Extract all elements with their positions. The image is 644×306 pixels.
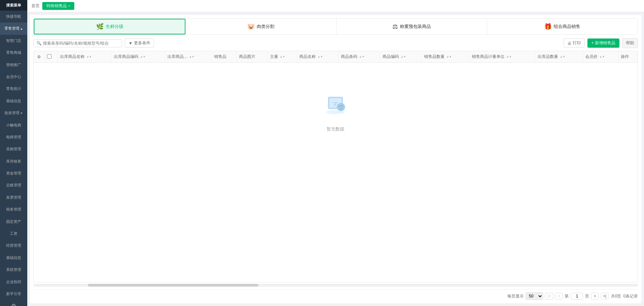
sort-product-code-icon[interactable]: ▲▼ [401,56,406,58]
sidebar-item-system[interactable]: 系统管理 [0,264,27,276]
th-product-name: 商品名称 ▲▼ [297,51,339,63]
pagination: 每页显示 50 10 20 100 |< < 第 页 > >| 共0页 0条记录 [33,289,638,300]
sidebar-item-enterprise[interactable]: 企业协同 [0,276,27,288]
print-label: 打印 [573,40,581,46]
close-tab-icon[interactable]: × [68,4,70,8]
record-count: 0条记录 [623,293,638,299]
sidebar-item-invoice[interactable]: 发票管理 [0,192,27,203]
filter-icon: ▼ [129,41,133,46]
tab-label: 特殊销售品 [46,3,67,9]
sidebar-item-ecommerce[interactable]: 小畅电商 [0,119,27,131]
sidebar-item-marketing[interactable]: 营销推广 [0,59,27,71]
th-member-price: 会员价 ▲▼ [583,51,618,63]
sidebar-item-retail-mall[interactable]: 零售商城 [0,47,27,59]
page-unit: 页 [585,293,589,299]
page-number-input[interactable] [571,293,583,300]
filter-label: 更多条件 [134,40,150,46]
toolbar-left: 🔍 ▼ 更多条件 [33,39,154,48]
sidebar-item-purchase[interactable]: 采购管理 [0,143,27,155]
page-content: 🌿 生鲜分级 🐷 肉类分割 ⚖ 称重预包装商品 🎁 组合商品销售 🔍 [30,15,641,303]
th-outbound-spec: 出库商品... ▲▼ [165,51,212,63]
select-all-checkbox[interactable] [47,54,51,59]
sort-outbound-name-icon[interactable]: ▲▼ [86,56,92,58]
print-button[interactable]: 🖨 打印 [564,39,585,48]
sidebar-item-smart-store[interactable]: 智慧门店 [0,35,27,47]
th-sale-unit: 销售商品计量单位 ▲▼ [469,51,535,63]
add-label: + 新增销售品 [591,40,615,46]
sort-main-qty-icon[interactable]: ▲▼ [280,56,285,58]
sort-outbound-spec-icon[interactable]: ▲▼ [189,56,195,58]
topbar: 首页 特殊销售品 × [27,0,644,12]
category-tabs: 🌿 生鲜分级 🐷 肉类分割 ⚖ 称重预包装商品 🎁 组合商品销售 [33,18,638,35]
sidebar-item-ecom-mgmt[interactable]: 电商管理 [0,131,27,143]
sidebar-item-inventory[interactable]: 库存核算 [0,155,27,167]
empty-illustration [322,90,349,122]
sidebar-item-retail-stats[interactable]: 零售统计 [0,83,27,95]
data-table: ⚙ 出库商品名称 ▲▼ 出库商品编码 ▲▼ 出库商品... ▲▼ [34,51,638,159]
th-image: 商品图片 [237,51,268,63]
filter-button[interactable]: ▼ 更多条件 [125,39,154,48]
sidebar-item-finance[interactable]: 资金管理 [0,167,27,179]
gear-icon[interactable]: ⚙ [0,300,27,306]
tab-weigh-prepack[interactable]: ⚖ 称重预包装商品 [336,19,487,34]
per-page-label: 每页显示 [507,293,524,299]
tab-fresh-grade-label: 生鲜分级 [106,24,123,30]
sort-product-name-icon[interactable]: ▲▼ [317,56,323,58]
print-icon: 🖨 [567,41,571,46]
sidebar-item-quick[interactable]: 快捷导航 [0,11,27,22]
tab-meat-cut[interactable]: 🐷 肉类分割 [185,19,336,34]
home-link[interactable]: 首页 [31,3,40,9]
sidebar-item-wholesale[interactable]: 批发管理 [0,107,27,119]
sidebar-item-fixed-assets[interactable]: 固定资产 [0,216,27,228]
empty-text: 暂无数据 [327,126,344,132]
th-product-code: 商品编码 ▲▼ [380,51,422,63]
sort-outbound-code-icon[interactable]: ▲▼ [140,56,146,58]
th-outbound-name: 出库商品名称 ▲▼ [58,51,112,63]
sidebar-item-business-mgmt[interactable]: 经营管理 [0,240,27,251]
sort-member-price-icon[interactable]: ▲▼ [599,56,605,58]
th-barcode: 商品条码 ▲▼ [339,51,380,63]
sidebar-item-retail[interactable]: 零售管理 [0,22,27,34]
th-outbound-qty: 出库品数量 ▲▼ [535,51,583,63]
th-outbound-code: 出库商品编码 ▲▼ [111,51,165,63]
horizontal-scrollbar[interactable] [33,284,638,287]
sidebar-item-member[interactable]: 会员中心 [0,71,27,83]
sidebar-logo[interactable]: 搜索菜单 [0,0,27,11]
empty-state: 暂无数据 [34,63,638,159]
svg-point-3 [337,103,345,111]
search-box[interactable]: 🔍 [33,39,122,47]
per-page-select[interactable]: 50 10 20 100 [526,292,543,300]
first-page-button[interactable]: |< [545,293,553,300]
tab-fresh-grade[interactable]: 🌿 生鲜分级 [34,19,185,34]
sidebar-item-newbie[interactable]: 新手引导 [0,288,27,300]
sort-outbound-qty-icon[interactable]: ▲▼ [560,56,565,58]
sidebar-item-ledger[interactable]: 总账管理 [0,179,27,191]
tab-combo-sale[interactable]: 🎁 组合商品销售 [487,19,638,34]
add-product-button[interactable]: + 新增销售品 [587,39,619,48]
help-button[interactable]: 帮助 [622,38,638,48]
th-settings[interactable]: ⚙ [34,51,45,63]
sort-barcode-icon[interactable]: ▲▼ [359,56,364,58]
search-icon: 🔍 [36,41,42,46]
active-tab[interactable]: 特殊销售品 × [42,2,74,10]
meat-cut-icon: 🐷 [247,23,255,30]
sidebar-item-base-info2[interactable]: 基础信息 [0,252,27,264]
sort-sale-unit-icon[interactable]: ▲▼ [506,56,512,58]
sort-sale-qty-icon[interactable]: ▲▼ [446,56,452,58]
search-input[interactable] [43,41,119,46]
sidebar-item-tax[interactable]: 税务管理 [0,203,27,215]
next-page-button[interactable]: > [591,293,598,300]
total-pages: 共0页 [611,293,621,299]
scroll-thumb[interactable] [88,284,258,287]
page-label: 第 [565,293,569,299]
sidebar-item-base-info[interactable]: 基础信息 [0,95,27,107]
combo-icon: 🎁 [544,23,552,30]
th-checkbox[interactable] [45,51,58,63]
th-sale-item: 销售品 [212,51,237,63]
th-sale-qty: 销售品数量 ▲▼ [422,51,469,63]
fresh-grade-icon: 🌿 [96,23,104,30]
svg-point-4 [340,108,342,109]
sidebar-item-salary[interactable]: 工资 [0,228,27,240]
last-page-button[interactable]: >| [601,293,609,300]
prev-page-button[interactable]: < [555,293,563,300]
